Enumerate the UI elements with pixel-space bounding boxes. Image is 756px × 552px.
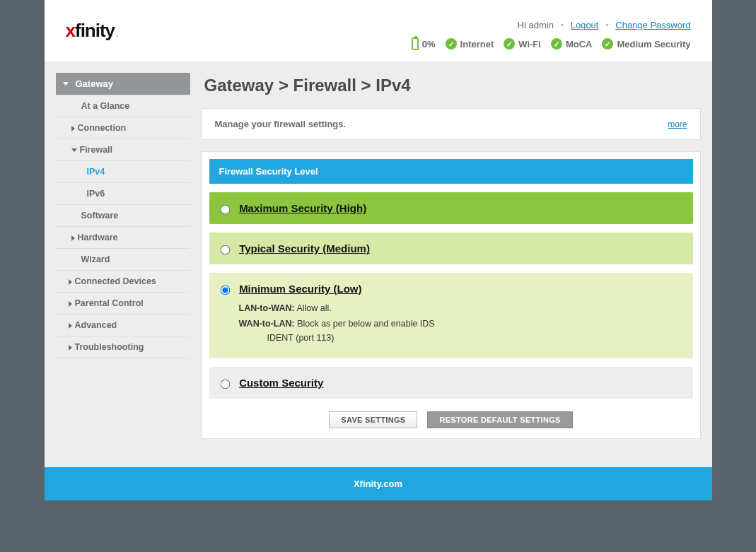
option-label: Maximum Security (High) bbox=[239, 202, 366, 214]
status-security: ✓ Medium Security bbox=[602, 38, 690, 49]
sidebar-item-ipv4[interactable]: IPv4 bbox=[56, 161, 190, 183]
sidebar-item-parental-control[interactable]: Parental Control bbox=[56, 293, 190, 315]
radio-typical[interactable] bbox=[220, 245, 230, 255]
separator: • bbox=[561, 20, 564, 30]
sidebar-item-label: Parental Control bbox=[75, 298, 144, 308]
option-typical-security[interactable]: Typical Security (Medium) bbox=[209, 233, 693, 264]
detail-row: LAN-to-WAN: Allow all. bbox=[239, 303, 682, 313]
status-line: 0% ✓ Internet ✓ Wi-Fi ✓ MoCA ✓ Medium Se… bbox=[412, 37, 691, 50]
chevron-right-icon bbox=[71, 235, 75, 241]
sidebar-item-label: Firewall bbox=[80, 145, 113, 155]
sidebar-item-connection[interactable]: Connection bbox=[56, 117, 190, 139]
detail-value: Allow all. bbox=[296, 303, 331, 313]
breadcrumb: Gateway > Firewall > IPv4 bbox=[204, 76, 701, 95]
option-maximum-security[interactable]: Maximum Security (High) bbox=[209, 192, 693, 224]
app-window: xfinity. Hi admin • Logout • Change Pass… bbox=[45, 0, 712, 500]
sidebar-item-hardware[interactable]: Hardware bbox=[56, 227, 190, 249]
chevron-down-icon bbox=[63, 82, 69, 86]
sidebar-item-label: Connected Devices bbox=[75, 276, 156, 286]
sidebar-item-troubleshooting[interactable]: Troubleshooting bbox=[56, 336, 190, 358]
brand-logo: xfinity. bbox=[66, 20, 119, 42]
save-settings-button[interactable]: SAVE SETTINGS bbox=[329, 411, 417, 428]
header: xfinity. Hi admin • Logout • Change Pass… bbox=[45, 0, 712, 61]
sidebar-item-label: Connection bbox=[78, 123, 127, 133]
battery-status: 0% bbox=[412, 37, 436, 50]
detail-value: Block as per below and enable IDS bbox=[297, 319, 435, 329]
option-custom-security[interactable]: Custom Security bbox=[209, 367, 693, 399]
status-internet: ✓ Internet bbox=[446, 38, 494, 49]
chevron-right-icon bbox=[69, 345, 72, 351]
option-label: Typical Security (Medium) bbox=[239, 242, 370, 254]
section-header: Firewall Security Level bbox=[209, 159, 693, 184]
logo-prefix: x bbox=[66, 20, 75, 42]
footer[interactable]: Xfinity.com bbox=[45, 467, 712, 500]
firewall-card: Firewall Security Level Maximum Security… bbox=[202, 151, 701, 439]
sidebar-item-firewall[interactable]: Firewall bbox=[56, 139, 190, 161]
sidebar-item-label: Troubleshooting bbox=[75, 342, 144, 352]
detail-key: LAN-to-WAN: bbox=[239, 303, 295, 313]
username: admin bbox=[528, 20, 553, 30]
logo-dot: . bbox=[116, 29, 118, 39]
user-line: Hi admin • Logout • Change Password bbox=[412, 20, 691, 30]
body: Gateway At a Glance Connection Firewall … bbox=[45, 61, 712, 467]
main: Gateway > Firewall > IPv4 Manage your fi… bbox=[202, 73, 701, 439]
restore-default-button[interactable]: RESTORE DEFAULT SETTINGS bbox=[427, 411, 572, 428]
sidebar-item-advanced[interactable]: Advanced bbox=[56, 315, 190, 336]
footer-link[interactable]: Xfinity.com bbox=[354, 478, 402, 489]
separator: • bbox=[605, 20, 609, 30]
sidebar-item-label: Advanced bbox=[75, 320, 117, 330]
battery-pct: 0% bbox=[422, 39, 436, 49]
detail-row: WAN-to-LAN: Block as per below and enabl… bbox=[239, 319, 682, 329]
detail-key: WAN-to-LAN: bbox=[239, 319, 295, 329]
sidebar-item-at-a-glance[interactable]: At a Glance bbox=[56, 95, 190, 117]
sidebar-item-wizard[interactable]: Wizard bbox=[56, 249, 190, 271]
more-link[interactable]: more bbox=[668, 119, 687, 129]
sidebar-item-label: Gateway bbox=[76, 78, 113, 89]
radio-custom[interactable] bbox=[220, 380, 230, 389]
button-row: SAVE SETTINGS RESTORE DEFAULT SETTINGS bbox=[209, 407, 693, 431]
option-label: Custom Security bbox=[239, 377, 323, 389]
chevron-down-icon bbox=[71, 148, 77, 152]
sidebar-item-gateway[interactable]: Gateway bbox=[56, 73, 190, 95]
sidebar: Gateway At a Glance Connection Firewall … bbox=[56, 73, 190, 439]
status-label: Wi-Fi bbox=[518, 39, 541, 49]
chevron-right-icon bbox=[69, 279, 72, 285]
status-label: Medium Security bbox=[617, 39, 690, 49]
check-icon: ✓ bbox=[504, 38, 515, 49]
check-icon: ✓ bbox=[602, 38, 613, 49]
chevron-right-icon bbox=[69, 301, 72, 307]
header-right: Hi admin • Logout • Change Password 0% ✓… bbox=[412, 20, 691, 50]
status-label: MoCA bbox=[566, 39, 593, 49]
status-label: Internet bbox=[460, 39, 494, 49]
logo-suffix: finity bbox=[75, 20, 115, 42]
check-icon: ✓ bbox=[551, 38, 562, 49]
intro-panel: Manage your firewall settings. more bbox=[202, 108, 701, 140]
logout-link[interactable]: Logout bbox=[571, 20, 599, 30]
radio-maximum[interactable] bbox=[220, 205, 230, 215]
chevron-right-icon bbox=[71, 126, 75, 131]
detail-subrow: IDENT (port 113) bbox=[267, 333, 682, 343]
intro-text: Manage your firewall settings. bbox=[215, 119, 347, 129]
sidebar-item-ipv6[interactable]: IPv6 bbox=[56, 183, 190, 205]
check-icon: ✓ bbox=[446, 38, 457, 49]
status-moca: ✓ MoCA bbox=[551, 38, 593, 49]
battery-icon bbox=[412, 37, 419, 50]
sidebar-item-label: Hardware bbox=[78, 233, 118, 242]
greeting-prefix: Hi bbox=[518, 20, 529, 30]
chevron-right-icon bbox=[69, 323, 72, 329]
option-details: LAN-to-WAN: Allow all. WAN-to-LAN: Block… bbox=[239, 303, 682, 343]
status-wifi: ✓ Wi-Fi bbox=[504, 38, 541, 49]
option-minimum-security[interactable]: Minimum Security (Low) LAN-to-WAN: Allow… bbox=[209, 273, 693, 358]
radio-minimum[interactable] bbox=[220, 286, 230, 295]
sidebar-item-software[interactable]: Software bbox=[56, 205, 190, 227]
option-label: Minimum Security (Low) bbox=[239, 283, 361, 295]
sidebar-item-connected-devices[interactable]: Connected Devices bbox=[56, 271, 190, 293]
change-password-link[interactable]: Change Password bbox=[615, 20, 690, 30]
